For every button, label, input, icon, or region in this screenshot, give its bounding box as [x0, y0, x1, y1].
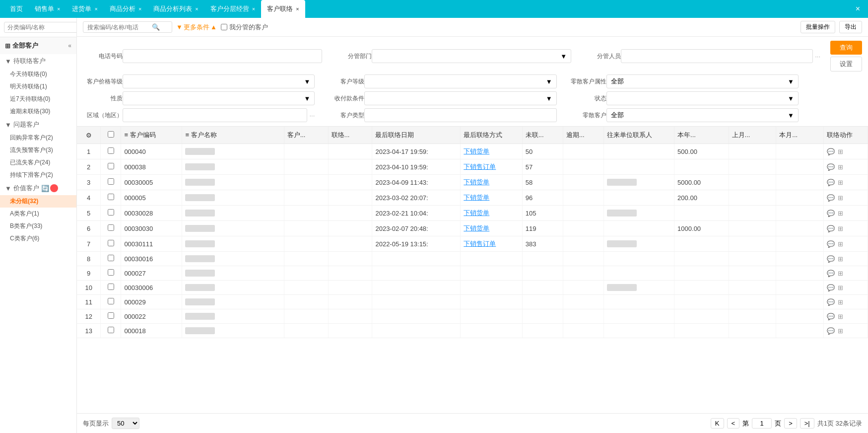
refresh-icon[interactable]: 🔄: [41, 185, 49, 192]
row-checkbox[interactable]: [108, 194, 114, 200]
nav-tab-purchase[interactable]: 进货单 ×: [66, 0, 103, 18]
comment-icon[interactable]: 💬: [827, 194, 835, 202]
window-close-button[interactable]: ×: [852, 4, 864, 13]
grid-action-icon[interactable]: ⊞: [838, 255, 843, 263]
th-this-month[interactable]: 本月...: [776, 127, 824, 144]
cell-check[interactable]: [101, 281, 121, 295]
close-sales-tab[interactable]: ×: [57, 6, 60, 12]
nav-tab-customer-contact[interactable]: 客户联络 ×: [261, 0, 305, 18]
comment-icon[interactable]: 💬: [827, 270, 835, 277]
cell-check[interactable]: [101, 236, 121, 252]
cell-last-way[interactable]: 下销货单: [461, 206, 522, 221]
current-page-input[interactable]: [752, 418, 772, 429]
cell-last-way[interactable]: 下销货单: [461, 190, 522, 206]
cell-check[interactable]: [101, 295, 121, 309]
scatter-customer-select[interactable]: 全部 ▼: [606, 108, 799, 122]
customer-level-select[interactable]: ▼: [364, 74, 556, 88]
close-contact-tab[interactable]: ×: [296, 6, 299, 12]
grid-action-icon[interactable]: ⊞: [838, 225, 843, 232]
cell-check[interactable]: [101, 309, 121, 324]
staff-input[interactable]: [621, 49, 813, 63]
row-checkbox[interactable]: [108, 255, 114, 261]
sidebar-collapse-icon[interactable]: «: [68, 42, 71, 49]
my-customers-checkbox[interactable]: [221, 24, 227, 30]
sidebar-item-b-class[interactable]: B类客户(33): [0, 220, 76, 232]
cell-check[interactable]: [101, 252, 121, 266]
region-input[interactable]: [123, 108, 307, 122]
th-overdue[interactable]: 逾期...: [563, 127, 603, 144]
close-product-list-tab[interactable]: ×: [195, 6, 198, 12]
nav-tab-sales[interactable]: 销售单 ×: [29, 0, 66, 18]
close-product-tab[interactable]: ×: [138, 6, 141, 12]
last-way-link[interactable]: 下销货单: [464, 178, 489, 186]
cell-last-way[interactable]: 下销货单: [461, 175, 522, 190]
status-select[interactable]: ▼: [606, 91, 799, 105]
last-way-link[interactable]: 下销售订单: [464, 163, 496, 170]
comment-icon[interactable]: 💬: [827, 163, 835, 171]
nav-tab-product-list[interactable]: 商品分析列表 ×: [147, 0, 204, 18]
cell-check[interactable]: [101, 206, 121, 221]
sidebar-group-value[interactable]: ▼ 价值客户 🔄: [0, 181, 76, 195]
cell-check[interactable]: [101, 175, 121, 190]
grid-action-icon[interactable]: ⊞: [838, 148, 843, 155]
export-button[interactable]: 导出: [839, 21, 862, 33]
row-checkbox[interactable]: [108, 312, 114, 319]
sidebar-group-problem[interactable]: ▼ 问题客户: [0, 118, 76, 132]
th-code[interactable]: ≡ 客户编码: [121, 127, 182, 144]
batch-op-button[interactable]: 批量操作: [801, 21, 835, 33]
prev-page-button[interactable]: <: [727, 418, 740, 429]
comment-icon[interactable]: 💬: [827, 210, 835, 217]
last-page-button[interactable]: >|: [800, 418, 814, 429]
sidebar-item-a-class[interactable]: A类客户(1): [0, 208, 76, 220]
payment-select[interactable]: ▼: [364, 91, 556, 105]
price-level-select[interactable]: ▼: [123, 74, 315, 88]
comment-icon[interactable]: 💬: [827, 148, 835, 155]
sidebar-search-input[interactable]: [4, 22, 77, 33]
sidebar-all-customers[interactable]: ⊞ 全部客户 «: [0, 37, 76, 54]
sidebar-item-abnormal[interactable]: 回购异常客户(2): [0, 132, 76, 144]
grid-action-icon[interactable]: ⊞: [838, 284, 843, 291]
grid-action-icon[interactable]: ⊞: [838, 240, 843, 248]
row-checkbox[interactable]: [108, 163, 114, 169]
comment-icon[interactable]: 💬: [827, 284, 835, 291]
close-segment-tab[interactable]: ×: [252, 6, 255, 12]
grid-action-icon[interactable]: ⊞: [838, 327, 843, 335]
th-this-year[interactable]: 本年...: [674, 127, 729, 144]
sidebar-item-ungroup[interactable]: 未分组(32): [0, 195, 76, 208]
cell-last-way[interactable]: 下销货单: [461, 221, 522, 236]
th-contact[interactable]: 联络...: [328, 127, 372, 144]
th-settings[interactable]: ⚙: [77, 127, 101, 144]
phone-input[interactable]: [123, 49, 322, 63]
sidebar-item-c-class[interactable]: C类客户(6): [0, 232, 76, 245]
sidebar-item-tomorrow-pending[interactable]: 明天待联络(1): [0, 80, 76, 93]
settings-gear-icon[interactable]: ⚙: [86, 132, 92, 139]
sidebar-item-week-pending[interactable]: 近7天待联络(0): [0, 93, 76, 105]
row-checkbox[interactable]: [108, 147, 114, 154]
customer-type-input[interactable]: [364, 108, 556, 122]
th-last-date[interactable]: 最后联络日期: [372, 127, 461, 144]
cell-check[interactable]: [101, 324, 121, 338]
comment-icon[interactable]: 💬: [827, 225, 835, 232]
last-way-link[interactable]: 下销货单: [464, 224, 489, 232]
nav-tab-customer-segment[interactable]: 客户分层经营 ×: [204, 0, 261, 18]
cell-last-way[interactable]: 下销售订单: [461, 159, 522, 175]
cell-check[interactable]: [101, 190, 121, 206]
reset-button[interactable]: 设置: [830, 57, 862, 72]
cell-check[interactable]: [101, 266, 121, 281]
sidebar-group-pending[interactable]: ▼ 待联络客户: [0, 54, 76, 68]
th-associate[interactable]: 往来单位联系人: [603, 127, 674, 144]
grid-action-icon[interactable]: ⊞: [838, 298, 843, 306]
close-purchase-tab[interactable]: ×: [94, 6, 97, 12]
comment-icon[interactable]: 💬: [827, 313, 835, 320]
cell-check[interactable]: [101, 144, 121, 159]
sidebar-item-warning[interactable]: 流失预警客户(3): [0, 144, 76, 156]
last-way-link[interactable]: 下销售订单: [464, 240, 496, 247]
row-checkbox[interactable]: [108, 327, 114, 333]
sidebar-item-declining[interactable]: 持续下滑客户(2): [0, 169, 76, 181]
nav-home[interactable]: 首页: [4, 4, 29, 13]
cell-last-way[interactable]: 下销售订单: [461, 236, 522, 252]
nav-tab-product-analysis[interactable]: 商品分析 ×: [104, 0, 147, 18]
grid-action-icon[interactable]: ⊞: [838, 270, 843, 277]
cell-check[interactable]: [101, 221, 121, 236]
last-way-link[interactable]: 下销货单: [464, 194, 489, 201]
